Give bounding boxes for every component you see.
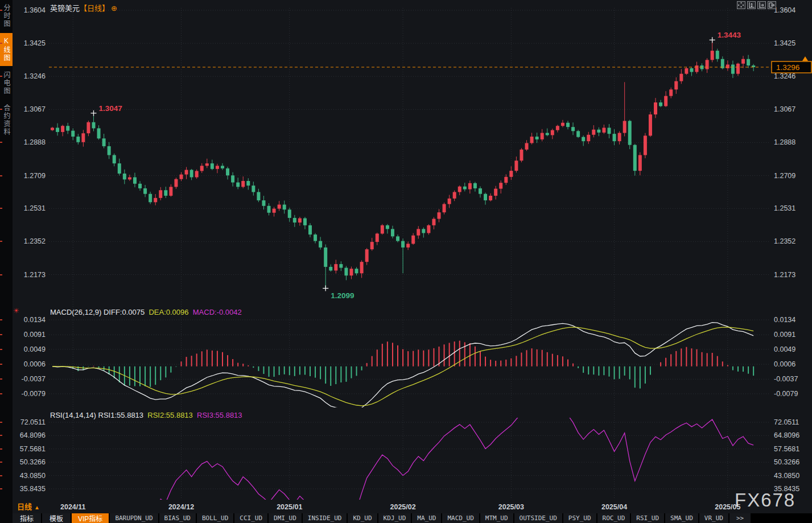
toolbar-item-mtm-ud[interactable]: MTM_UD — [480, 513, 513, 523]
toolbar-item-bias-ud[interactable]: BIAS_UD — [159, 513, 196, 523]
gridlines — [49, 8, 770, 499]
price-annotation: 1.3443 — [710, 31, 741, 43]
axis-tick-label: -0.0079 — [22, 390, 46, 398]
macd-name: MACD(26,12,9) — [50, 308, 101, 316]
edge-tick — [0, 435, 2, 436]
edge-tick — [0, 241, 2, 242]
axis-tick-label: 1.3067 — [774, 105, 795, 113]
toolbar-item-rsi-ud[interactable]: RSI_UD — [631, 513, 664, 523]
period-name: 【日线】 — [80, 4, 109, 13]
axis-tick-label: 64.8096 — [20, 431, 46, 439]
rsi-panel — [125, 407, 753, 513]
axis-tick-label: 35.8435 — [774, 485, 799, 493]
rsi-legend: RSI(14,14,14) RSI1:55.8813 RSI2:55.8813 … — [50, 411, 242, 419]
edge-tick — [0, 393, 2, 394]
axis-tick-label: 0.0006 — [24, 360, 46, 368]
sidebar-tab-lightning[interactable]: 闪电图 — [0, 67, 13, 99]
axis-tick-label: 72.0511 — [20, 418, 46, 426]
edge-tick — [0, 208, 2, 209]
toolbar-item-vr-ud[interactable]: VR_UD — [699, 513, 728, 523]
x-axis-scale-icon[interactable] — [757, 1, 766, 9]
symbol-name: 英镑美元 — [50, 4, 80, 13]
date-label: 2024/11 — [60, 503, 86, 511]
toolbar-item-ma-ud[interactable]: MA_UD — [412, 513, 441, 523]
toolbar-item-outside-ud[interactable]: OUTSIDE_UD — [514, 513, 562, 523]
axis-tick-label: 57.5681 — [774, 445, 799, 453]
toolbar-item-boll-ud[interactable]: BOLL_UD — [197, 513, 233, 523]
chart-title: 英镑美元【日线】⊕ — [50, 2, 117, 13]
axis-tick-label: 43.0850 — [20, 472, 46, 480]
edge-tick — [0, 76, 2, 77]
edge-tick — [0, 274, 2, 275]
sidebar-tab-kline[interactable]: K线图 — [0, 33, 13, 66]
rsi3-value: RSI3:55.8813 — [197, 411, 242, 419]
date-label: 2025/05 — [715, 503, 740, 511]
price-annotation: 1.3047 — [90, 104, 122, 116]
toolbar-item-kdj-ud[interactable]: KDJ_UD — [378, 513, 411, 523]
edge-tick — [0, 10, 2, 11]
window-toolbar — [737, 1, 776, 9]
axis-tick-label: 0.0134 — [24, 316, 46, 324]
indicator-settings-icon[interactable]: ☀ — [13, 307, 19, 315]
toolbar-item-indicators[interactable]: 指标 — [13, 513, 41, 523]
toolbar-item-cci-ud[interactable]: CCI_UD — [234, 513, 267, 523]
sidebar-tab-contract-info[interactable]: 合约资料 — [0, 100, 13, 140]
axis-tick-label: 0.0091 — [774, 331, 795, 339]
axis-tick-label: 43.0850 — [774, 472, 799, 480]
toolbar-item-templates[interactable]: 模板 — [42, 513, 71, 523]
axis-tick-label: 57.5681 — [20, 445, 46, 453]
axis-tick-label: 1.2173 — [774, 271, 795, 279]
rsi1-value: RSI1:55.8813 — [98, 411, 144, 419]
toolbar-item-vip-indicators[interactable]: VIP指标 — [72, 513, 109, 523]
toolbar-item-roc-ud[interactable]: ROC_UD — [597, 513, 630, 523]
axis-tick-label: 50.3266 — [20, 458, 46, 466]
axis-tick-label: 0.0134 — [774, 316, 795, 324]
edge-tick — [0, 142, 2, 143]
macd-diff-value: DIFF:0.0075 — [104, 308, 145, 316]
axis-tick-label: 1.3604 — [24, 6, 46, 14]
sidebar-tab-time-share[interactable]: 分时图 — [0, 0, 13, 32]
axis-tick-label: 1.3425 — [24, 39, 46, 47]
rsi2-value: RSI2:55.8813 — [147, 411, 193, 419]
add-indicator-icon[interactable]: ⊕ — [111, 4, 117, 13]
edge-tick — [0, 422, 2, 423]
pop-out-icon[interactable] — [768, 1, 776, 9]
price-marker-arrow-icon — [802, 56, 808, 61]
toolbar-item-sma-ud[interactable]: SMA_UD — [665, 513, 698, 523]
axis-tick-label: 0.0091 — [24, 331, 46, 339]
toolbar-item-dmi-ud[interactable]: DMI_UD — [269, 513, 302, 523]
axis-tick-label: 0.0049 — [774, 345, 795, 353]
edge-tick — [0, 349, 2, 350]
macd-macd-value: MACD:-0.0042 — [193, 308, 242, 316]
period-selector[interactable]: 日线▲ — [17, 501, 40, 512]
edge-tick — [0, 475, 2, 476]
axis-tick-label: 1.2531 — [774, 204, 795, 212]
axis-tick-label: -0.0037 — [774, 375, 798, 383]
annotation-label: 1.3047 — [98, 104, 122, 113]
sidebar: 分时图K线图闪电图合约资料 — [0, 0, 13, 523]
toolbar-item-kd-ud[interactable]: KD_UD — [348, 513, 377, 523]
axis-tick-label: 1.3425 — [774, 39, 795, 47]
edge-tick — [0, 175, 2, 176]
macd-dea-value: DEA:0.0096 — [149, 308, 188, 316]
chart-canvas[interactable]: 1.32961.30471.20991.34431.36041.36041.34… — [13, 0, 812, 513]
axis-tick-label: 35.8435 — [20, 485, 46, 493]
edge-tick — [0, 43, 2, 44]
edge-tick — [0, 334, 2, 335]
period-selector-label: 日线 — [17, 503, 32, 511]
annotation-label: 1.3443 — [718, 31, 741, 39]
edge-tick — [0, 378, 2, 380]
toolbar-item-psy-ud[interactable]: PSY_UD — [563, 513, 596, 523]
toolbar-item-macd-ud[interactable]: MACD_UD — [442, 513, 479, 523]
y-axis-scale-icon[interactable] — [747, 1, 756, 9]
toolbar-item-more[interactable]: >> — [729, 513, 751, 523]
toolbar-item-barupdn-ud[interactable]: BARUPDN_UD — [110, 513, 158, 523]
axis-tick-label: 1.3246 — [774, 72, 795, 80]
macd-legend: MACD(26,12,9) DIFF:0.0075 DEA:0.0096 MAC… — [50, 308, 242, 316]
edge-tick — [0, 364, 2, 365]
candlestick-series — [51, 40, 755, 288]
axis-tick-label: -0.0079 — [774, 390, 798, 398]
edge-tick — [0, 448, 2, 450]
crosshair-icon[interactable] — [737, 1, 745, 9]
toolbar-item-inside-ud[interactable]: INSIDE_UD — [303, 513, 347, 523]
